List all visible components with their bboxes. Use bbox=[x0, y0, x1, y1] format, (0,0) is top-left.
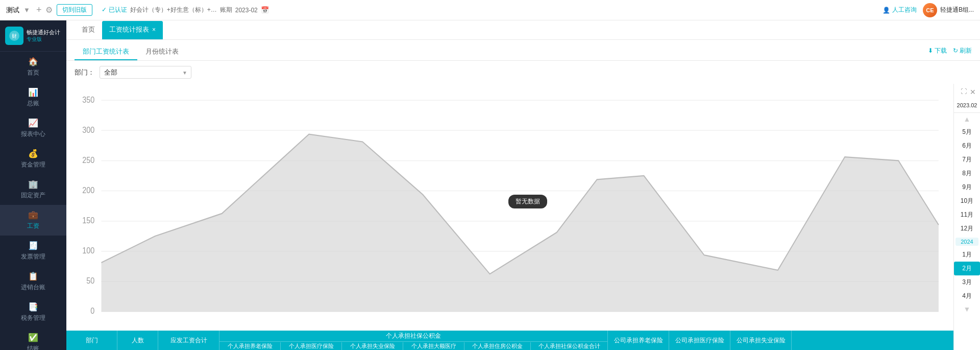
sidebar-item-home[interactable]: 🏠 首页 bbox=[0, 52, 66, 82]
chart-tooltip: 暂无数据 bbox=[508, 195, 547, 208]
content-panel: 350 300 250 200 150 100 50 0 bbox=[66, 84, 980, 350]
col-personal-total: 个人承担社保公积金合计 bbox=[531, 342, 607, 350]
invoice-icon: 🧾 bbox=[28, 241, 38, 250]
sidebar-item-salary[interactable]: 💼 工资 bbox=[0, 205, 66, 236]
ledger-icon: 📊 bbox=[28, 87, 38, 97]
col-personal-housing-fund: 个人承担住房公积金 bbox=[464, 342, 531, 350]
help-label: 人工咨询 bbox=[892, 6, 917, 14]
bottom-table-header: 部门 人数 应发工资合计 个人承担社保公积金 个人承担养老保险 个人承担医疗保险… bbox=[66, 331, 953, 350]
filter-label: 部门： bbox=[75, 68, 94, 77]
svg-text:200: 200 bbox=[82, 185, 94, 195]
top-header: 测试 ▼ + ⚙ 切到旧版 ✓ 已认证 好会计（专）+好生意（标）+… 账期 2… bbox=[0, 0, 980, 20]
refresh-icon: ↻ bbox=[953, 47, 958, 54]
refresh-btn[interactable]: ↻ 刷新 bbox=[953, 46, 972, 55]
sidebar-item-label: 发票管理 bbox=[21, 252, 45, 261]
assets-icon: 🏢 bbox=[28, 179, 38, 189]
download-btn[interactable]: ⬇ 下载 bbox=[928, 46, 947, 55]
calendar-icon[interactable]: 📅 bbox=[261, 6, 269, 14]
col-dept: 部门 bbox=[66, 331, 117, 350]
expand-icon[interactable]: ⛶ bbox=[961, 88, 967, 95]
tab-home-label: 首页 bbox=[82, 25, 95, 34]
tab-home[interactable]: 首页 bbox=[75, 21, 102, 39]
rs-month-3[interactable]: 3月 bbox=[954, 275, 980, 289]
dept-select-wrapper: 全部 财务部 人事部 销售部 技术部 bbox=[100, 66, 191, 79]
col-company-pension: 公司承担养老保险 bbox=[608, 331, 669, 350]
settings-icon[interactable]: ⚙ bbox=[45, 5, 53, 15]
header-tags: ✓ 已认证 好会计（专）+好生意（标）+… 账期 2023-02 📅 bbox=[102, 6, 268, 14]
rs-prev-arrow[interactable]: ▲ bbox=[964, 113, 971, 125]
period-label: 账期 bbox=[220, 6, 232, 14]
rs-month-7[interactable]: 7月 bbox=[954, 153, 980, 167]
col-personal-medical: 个人承担医疗保险 bbox=[281, 342, 342, 350]
logo-icon: 财 bbox=[5, 27, 23, 45]
home-icon: 🏠 bbox=[28, 57, 38, 66]
user-menu[interactable]: CE 轻捷通B组... bbox=[923, 3, 974, 17]
rs-month-12[interactable]: 12月 bbox=[954, 222, 980, 236]
sidebar-item-assets[interactable]: 🏢 固定资产 bbox=[0, 174, 66, 205]
sidebar-logo: 财 畅捷通好会计 专业版 bbox=[0, 20, 66, 52]
sales-icon: 📋 bbox=[28, 271, 38, 281]
sidebar-item-label: 资金管理 bbox=[21, 160, 45, 169]
sidebar-item-tax[interactable]: 📑 税务管理 bbox=[0, 297, 66, 328]
download-icon: ⬇ bbox=[928, 47, 933, 54]
tax-icon: 📑 bbox=[28, 302, 38, 312]
tab-close-icon[interactable]: × bbox=[152, 26, 156, 33]
sidebar-item-reports[interactable]: 📈 报表中心 bbox=[0, 113, 66, 144]
content-area: 首页 工资统计报表 × 部门工资统计表 月份统计表 ⬇ 下载 bbox=[66, 20, 980, 350]
svg-text:150: 150 bbox=[82, 216, 94, 225]
sidebar-item-funds[interactable]: 💰 资金管理 bbox=[0, 144, 66, 174]
logo-text: 畅捷通好会计 专业版 bbox=[27, 29, 60, 43]
switch-old-btn[interactable]: 切到旧版 bbox=[57, 4, 92, 16]
filter-bar: 部门： 全部 财务部 人事部 销售部 技术部 bbox=[66, 61, 980, 84]
rs-year-2024[interactable]: 2024 bbox=[955, 238, 979, 246]
help-btn[interactable]: 👤 人工咨询 bbox=[883, 6, 917, 14]
dept-select[interactable]: 全部 财务部 人事部 销售部 技术部 bbox=[100, 66, 191, 79]
sub-tab-monthly-label: 月份统计表 bbox=[145, 48, 179, 55]
sidebar-item-label: 工资 bbox=[27, 222, 39, 230]
header-dropdown-arrow[interactable]: ▼ bbox=[23, 6, 30, 14]
rs-next-arrow[interactable]: ▼ bbox=[964, 303, 971, 315]
sidebar-item-label: 税务管理 bbox=[21, 314, 45, 322]
right-sidebar: ⛶ ✕ 2023.02 ▲ 5月 6月 7月 8月 9月 10月 11月 bbox=[953, 84, 980, 350]
col-company-unemployment: 公司承担失业保险 bbox=[730, 331, 792, 350]
sub-tab-monthly[interactable]: 月份统计表 bbox=[137, 44, 187, 60]
svg-text:0: 0 bbox=[90, 307, 94, 316]
sub-tab-dept-label: 部门工资统计表 bbox=[83, 48, 129, 55]
sidebar: 财 畅捷通好会计 专业版 🏠 首页 📊 总账 📈 报表中心 💰 资金管理 🏢 固… bbox=[0, 20, 66, 350]
svg-text:100: 100 bbox=[82, 246, 94, 255]
sidebar-item-label: 首页 bbox=[27, 68, 39, 77]
rs-nav: ▲ 5月 6月 7月 8月 9月 10月 11月 12月 2024 1月 2月 … bbox=[954, 113, 980, 315]
sidebar-item-invoice[interactable]: 🧾 发票管理 bbox=[0, 236, 66, 266]
sidebar-item-ledger[interactable]: 📊 总账 bbox=[0, 82, 66, 113]
rs-month-2[interactable]: 2月 bbox=[954, 262, 980, 275]
chart-svg: 350 300 250 200 150 100 50 0 bbox=[75, 89, 945, 331]
tab-salary-report[interactable]: 工资统计报表 × bbox=[102, 21, 163, 39]
rs-month-8[interactable]: 8月 bbox=[954, 167, 980, 180]
rs-month-10[interactable]: 10月 bbox=[954, 194, 980, 208]
rs-month-4[interactable]: 4月 bbox=[954, 289, 980, 303]
rs-month-11[interactable]: 11月 bbox=[954, 208, 980, 222]
add-icon[interactable]: + bbox=[36, 5, 42, 15]
sub-tab-dept[interactable]: 部门工资统计表 bbox=[75, 44, 137, 60]
rs-month-9[interactable]: 9月 bbox=[954, 180, 980, 194]
col-total-salary: 应发工资合计 bbox=[158, 331, 219, 350]
group-personal-social: 个人承担社保公积金 个人承担养老保险 个人承担医疗保险 个人承担失业保险 个人承… bbox=[219, 331, 608, 350]
funds-icon: 💰 bbox=[28, 149, 38, 158]
sidebar-item-label: 总账 bbox=[27, 99, 39, 108]
rs-month-1[interactable]: 1月 bbox=[954, 248, 980, 262]
rs-month-5[interactable]: 5月 bbox=[954, 125, 980, 139]
rs-month-6[interactable]: 6月 bbox=[954, 139, 980, 153]
inner-content: 部门工资统计表 月份统计表 ⬇ 下载 ↻ 刷新 bbox=[66, 40, 980, 350]
header-title: 测试 bbox=[6, 6, 19, 15]
user-name: 轻捷通B组... bbox=[940, 6, 974, 14]
sidebar-item-settle[interactable]: ✅ 结账 bbox=[0, 328, 66, 350]
close-right-sidebar-btn[interactable]: ✕ bbox=[970, 88, 976, 96]
col-headcount: 人数 bbox=[117, 331, 158, 350]
sidebar-item-sales[interactable]: 📋 进销台账 bbox=[0, 266, 66, 297]
col-personal-unemployment: 个人承担失业保险 bbox=[342, 342, 403, 350]
sidebar-item-label: 固定资产 bbox=[21, 191, 45, 200]
period-value: 2023-02 bbox=[235, 7, 258, 14]
col-company-medical: 公司承担医疗保险 bbox=[669, 331, 730, 350]
tab-bar: 首页 工资统计报表 × bbox=[66, 20, 980, 40]
rs-year-header: 2023.02 bbox=[954, 98, 980, 113]
